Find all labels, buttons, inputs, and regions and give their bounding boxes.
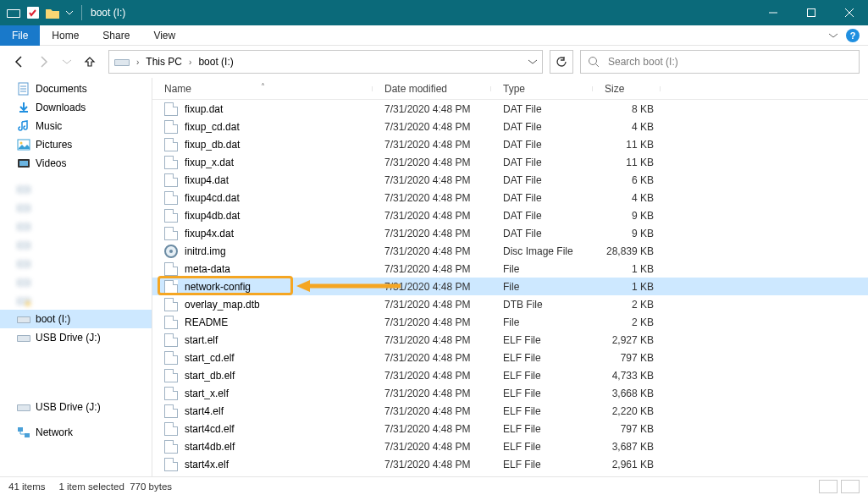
sidebar-item-hidden[interactable] — [0, 272, 152, 291]
file-row[interactable]: fixup4.dat7/31/2020 4:48 PMDAT File6 KB — [152, 171, 868, 189]
sidebar-item-documents[interactable]: Documents — [0, 80, 152, 98]
file-icon — [164, 351, 178, 365]
file-row[interactable]: overlay_map.dtb7/31/2020 4:48 PMDTB File… — [152, 295, 868, 313]
sidebar-item-downloads[interactable]: Downloads — [0, 98, 152, 117]
sidebar-item-boot-i[interactable]: boot (I:) — [0, 310, 152, 328]
drive-icon — [17, 238, 30, 251]
file-row[interactable]: start_cd.elf7/31/2020 4:48 PMELF File797… — [152, 349, 868, 366]
file-row[interactable]: fixup_db.dat7/31/2020 4:48 PMDAT File11 … — [152, 135, 868, 153]
column-header-size[interactable]: Size — [593, 83, 661, 95]
sidebar-item-hidden[interactable] — [0, 254, 152, 272]
sidebar-item-hidden[interactable] — [0, 291, 152, 310]
blank-icon — [17, 356, 30, 370]
file-rows[interactable]: fixup.dat7/31/2020 4:48 PMDAT File8 KBfi… — [152, 100, 868, 476]
file-row[interactable]: start4.elf7/31/2020 4:48 PMELF File2,220… — [152, 402, 868, 420]
file-size: 797 KB — [593, 352, 661, 364]
sidebar-item-usb-drive-j[interactable]: USB Drive (J:) — [0, 328, 152, 347]
tab-view[interactable]: View — [141, 25, 187, 46]
blank-icon — [17, 375, 30, 388]
file-size: 4 KB — [593, 192, 661, 204]
file-type: DAT File — [491, 210, 593, 222]
file-row[interactable]: start_x.elf7/31/2020 4:48 PMELF File3,66… — [152, 384, 868, 402]
address-bar[interactable]: › This PC › boot (I:) — [108, 50, 543, 74]
file-row[interactable]: start4db.elf7/31/2020 4:48 PMELF File3,6… — [152, 437, 868, 455]
forward-button[interactable] — [37, 55, 51, 69]
doc-icon — [17, 82, 30, 96]
file-name: fixup4.dat — [185, 174, 229, 186]
maximize-button[interactable] — [792, 0, 830, 25]
file-name: fixup_db.dat — [185, 139, 240, 151]
file-row[interactable]: network-config7/31/2020 4:48 PMFile1 KB — [152, 278, 868, 295]
sidebar-item-label: Videos — [36, 157, 66, 169]
tab-home[interactable]: Home — [40, 25, 91, 46]
file-size: 9 KB — [593, 210, 661, 222]
breadcrumb-this-pc[interactable]: This PC — [146, 56, 182, 68]
drive-icon — [17, 275, 30, 289]
tab-file[interactable]: File — [0, 25, 40, 46]
svg-rect-31 — [18, 280, 30, 285]
file-row[interactable]: fixup_cd.dat7/31/2020 4:48 PMDAT File4 K… — [152, 118, 868, 135]
file-type: ELF File — [491, 459, 593, 470]
sidebar-item-network[interactable]: Network — [0, 423, 152, 442]
thumbnails-view-button[interactable] — [841, 480, 860, 493]
file-size: 1 KB — [593, 263, 661, 275]
column-header-name[interactable]: Name ˄ — [152, 83, 373, 95]
sidebar-item-usb-drive-j[interactable]: USB Drive (J:) — [0, 398, 152, 416]
column-header-type[interactable]: Type — [491, 83, 593, 95]
search-input[interactable] — [606, 55, 852, 69]
sidebar-item-hidden[interactable] — [0, 217, 152, 235]
address-dropdown-icon[interactable] — [528, 58, 537, 66]
file-row[interactable]: fixup4x.dat7/31/2020 4:48 PMDAT File9 KB — [152, 224, 868, 242]
properties-icon[interactable] — [27, 7, 39, 19]
file-row[interactable]: fixup.dat7/31/2020 4:48 PMDAT File8 KB — [152, 100, 868, 118]
file-row[interactable]: start4x.elf7/31/2020 4:48 PMELF File2,96… — [152, 455, 868, 473]
sidebar-item-hidden[interactable] — [0, 354, 152, 372]
breadcrumb-folder[interactable]: boot (I:) — [198, 56, 233, 68]
file-icon — [164, 138, 178, 151]
column-header-date[interactable]: Date modified — [373, 83, 491, 95]
file-name: meta-data — [185, 263, 230, 275]
file-row[interactable]: start4cd.elf7/31/2020 4:48 PMELF File797… — [152, 420, 868, 437]
sidebar-item-pictures[interactable]: Pictures — [0, 135, 152, 154]
sidebar-item-music[interactable]: Music — [0, 117, 152, 135]
refresh-button[interactable] — [550, 50, 573, 74]
file-icon — [164, 458, 178, 471]
details-view-button[interactable] — [819, 480, 838, 493]
recent-locations-button[interactable] — [63, 58, 71, 66]
file-row[interactable]: start.elf7/31/2020 4:48 PMELF File2,927 … — [152, 331, 868, 349]
tab-share[interactable]: Share — [91, 25, 141, 46]
back-button[interactable] — [12, 55, 25, 69]
file-size: 8 KB — [593, 103, 661, 115]
file-size: 6 KB — [593, 174, 661, 186]
ribbon-expand-icon[interactable] — [829, 31, 838, 40]
file-row[interactable]: README7/31/2020 4:48 PMFile2 KB — [152, 313, 868, 331]
drive-warn-icon — [17, 294, 30, 307]
file-date: 7/31/2020 4:48 PM — [373, 228, 491, 239]
sidebar-item-videos[interactable]: Videos — [0, 154, 152, 173]
help-icon[interactable]: ? — [846, 29, 860, 42]
svg-rect-19 — [19, 161, 28, 166]
explorer-icon — [7, 7, 20, 19]
navigation-pane[interactable]: DocumentsDownloadsMusicPicturesVideosboo… — [0, 78, 152, 476]
chevron-right-icon[interactable]: › — [189, 58, 191, 67]
minimize-button[interactable] — [754, 0, 792, 25]
svg-rect-29 — [18, 261, 30, 267]
title-dropdown-icon[interactable] — [66, 9, 73, 16]
file-row[interactable]: fixup_x.dat7/31/2020 4:48 PMDAT File11 K… — [152, 153, 868, 171]
file-row[interactable]: start_db.elf7/31/2020 4:48 PMELF File4,7… — [152, 366, 868, 384]
file-row[interactable]: meta-data7/31/2020 4:48 PMFile1 KB — [152, 260, 868, 278]
search-box[interactable] — [580, 50, 860, 74]
up-button[interactable] — [83, 55, 97, 69]
sidebar-item-hidden[interactable] — [0, 198, 152, 217]
sidebar-item-hidden[interactable] — [0, 235, 152, 254]
file-icon — [164, 102, 178, 116]
file-row[interactable]: fixup4db.dat7/31/2020 4:48 PMDAT File9 K… — [152, 206, 868, 224]
sidebar-item-hidden[interactable] — [0, 179, 152, 198]
file-name: fixup_x.dat — [185, 157, 234, 168]
file-type: DAT File — [491, 139, 593, 151]
file-row[interactable]: initrd.img7/31/2020 4:48 PMDisc Image Fi… — [152, 242, 868, 260]
chevron-right-icon[interactable]: › — [136, 58, 139, 67]
sidebar-item-hidden[interactable] — [0, 372, 152, 391]
file-row[interactable]: fixup4cd.dat7/31/2020 4:48 PMDAT File4 K… — [152, 189, 868, 206]
close-button[interactable] — [830, 0, 868, 25]
